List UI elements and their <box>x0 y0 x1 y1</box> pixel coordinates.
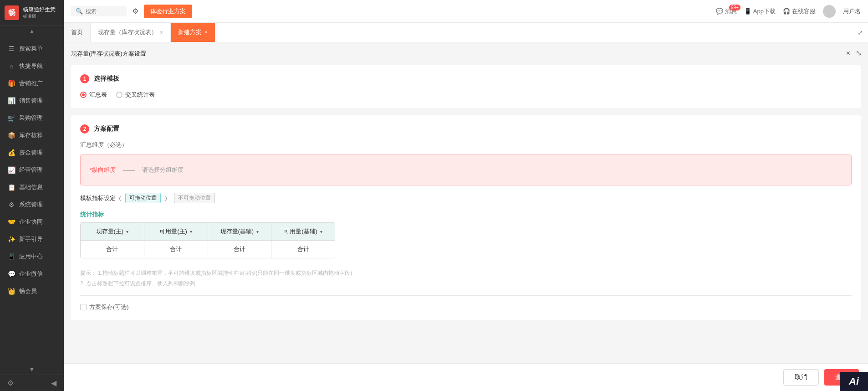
step1-card: 1 选择模板 汇总表 交叉统计表 <box>71 65 861 108</box>
tabs-bar: 首页 现存量（库存状况表） × 新建方案 × ⤢ <box>64 23 868 42</box>
sidebar-scroll-down[interactable]: ▼ <box>0 364 64 375</box>
step2-title: 方案配置 <box>94 125 119 133</box>
sidebar-item-sales[interactable]: 📊 销售管理 <box>0 92 64 109</box>
sidebar-item-quick-nav[interactable]: ⌂ 快捷导航 <box>0 57 64 75</box>
step2-card: 2 方案配置 汇总维度（必选） *纵向维度 —— 请选择分组维度 模板指标设定（… <box>71 115 861 320</box>
save-checkbox[interactable] <box>80 304 87 310</box>
radio-summary-label: 汇总表 <box>89 91 107 99</box>
stats-body-cell-1: 合计 <box>81 241 144 258</box>
page-title: 现存量(库存状况表)方案设置 <box>71 50 861 58</box>
stats-header-cell-4[interactable]: 可用量(基辅) ▾ <box>271 223 335 241</box>
step1-title: 选择模板 <box>94 75 119 83</box>
sidebar-item-inventory[interactable]: 📦 库存核算 <box>0 127 64 144</box>
indicator-closing: ） <box>164 194 170 202</box>
marketing-icon: 🎁 <box>7 79 15 87</box>
hints: 提示： 1.拖动标题栏可以调整布局，不可跨维度或指标区域拖动栏目字段(只能在同一… <box>80 269 852 288</box>
stats-body-cell-4: 合计 <box>271 241 335 258</box>
gear-icon[interactable]: ⚙ <box>132 7 138 15</box>
new-plan-tab-close[interactable]: × <box>204 29 208 36</box>
username-label[interactable]: 用户名 <box>843 7 861 15</box>
sidebar-item-wechat[interactable]: 💬 企业微信 <box>0 265 64 283</box>
inventory-status-tab-label: 现存量（库存状况表） <box>98 28 157 36</box>
stats-table-header: 现存量(主) ▾ 合计 可用量(主) ▾ 合计 <box>81 223 335 258</box>
home-tab-label: 首页 <box>71 28 83 36</box>
col3-chevron-icon[interactable]: ▾ <box>256 229 259 234</box>
stats-body-cell-2: 合计 <box>144 241 208 258</box>
settings-icon[interactable]: ⚙ <box>7 379 14 387</box>
online-service-button[interactable]: 🎧 在线客服 <box>783 7 816 15</box>
content-area: × ⤡ 现存量(库存状况表)方案设置 1 选择模板 汇总表 交叉统 <box>64 42 868 363</box>
quick-nav-icon: ⌂ <box>7 62 15 70</box>
indicator-fixed-badge: 不可拖动位置 <box>174 193 215 203</box>
col4-chevron-icon[interactable]: ▾ <box>320 229 322 234</box>
message-icon: 💬 <box>716 8 723 15</box>
member-icon: 👑 <box>7 287 15 295</box>
inventory-icon: 📦 <box>7 131 15 139</box>
radio-cross-circle[interactable] <box>116 92 123 98</box>
radio-cross[interactable]: 交叉统计表 <box>116 91 155 99</box>
sidebar: 畅 畅康通好生意 标准版 ▲ ☰ 搜索菜单 ⌂ 快捷导航 🎁 营销推广 📊 销售… <box>0 0 64 391</box>
basic-info-icon: 📋 <box>7 183 15 191</box>
search-input[interactable] <box>86 8 122 15</box>
tab-home[interactable]: 首页 <box>64 23 91 42</box>
dimension-area[interactable]: *纵向维度 —— 请选择分组维度 <box>80 154 852 185</box>
col1-chevron-icon[interactable]: ▾ <box>126 229 128 234</box>
headset-icon: 🎧 <box>783 8 790 15</box>
sidebar-item-operation[interactable]: 📈 经营管理 <box>0 161 64 179</box>
sidebar-scroll-up[interactable]: ▲ <box>0 26 64 36</box>
audio-icon[interactable]: ◀ <box>51 379 56 387</box>
tab-new-plan[interactable]: 新建方案 × <box>171 23 215 42</box>
app-download-button[interactable]: 📱 App下载 <box>744 7 776 15</box>
panel-close-button[interactable]: × <box>845 48 851 58</box>
radio-summary[interactable]: 汇总表 <box>80 91 107 99</box>
new-plan-tab-label: 新建方案 <box>178 28 202 36</box>
topbar-right: 💬 消息 99+ 📱 App下载 🎧 在线客服 用户名 <box>716 5 861 18</box>
sidebar-item-search-menu[interactable]: ☰ 搜索菜单 <box>0 40 64 57</box>
dimension-placeholder[interactable]: 请选择分组维度 <box>142 166 184 174</box>
sidebar-item-system[interactable]: ⚙ 系统管理 <box>0 196 64 213</box>
template-radio-group: 汇总表 交叉统计表 <box>80 91 852 99</box>
sidebar-item-finance[interactable]: 💰 资金管理 <box>0 144 64 161</box>
indicator-label: 模板指标设定（ <box>80 194 122 202</box>
sidebar-item-basic-info[interactable]: 📋 基础信息 <box>0 179 64 196</box>
hint2: 2. 点击标题栏下拉可设置排序、插入列和删除列 <box>80 279 852 288</box>
dimension-required-star: *纵向维度 <box>90 166 116 174</box>
step1-badge: 1 <box>80 74 89 83</box>
guide-icon: ✨ <box>7 235 15 243</box>
step2-badge: 2 <box>80 124 89 134</box>
sidebar-item-purchase[interactable]: 🛒 采购管理 <box>0 109 64 127</box>
avatar[interactable] <box>823 5 836 18</box>
search-menu-icon: ☰ <box>7 45 15 53</box>
message-badge: 99+ <box>729 5 740 10</box>
sidebar-item-guide[interactable]: ✨ 新手引导 <box>0 231 64 248</box>
stats-col-3: 现存量(基辅) ▾ 合计 <box>208 223 272 258</box>
tabs-expand-button[interactable]: ⤢ <box>852 29 868 36</box>
topbar-search-box[interactable]: 🔍 <box>71 6 127 16</box>
sidebar-item-member[interactable]: 👑 畅会员 <box>0 283 64 300</box>
ai-badge: Ai <box>840 372 868 391</box>
col2-chevron-icon[interactable]: ▾ <box>190 229 192 234</box>
finance-icon: 💰 <box>7 149 15 157</box>
sidebar-item-marketing[interactable]: 🎁 营销推广 <box>0 75 64 92</box>
sidebar-nav: ☰ 搜索菜单 ⌂ 快捷导航 🎁 营销推广 📊 销售管理 🛒 采购管理 📦 库存核… <box>0 36 64 364</box>
radio-cross-label: 交叉统计表 <box>125 91 155 99</box>
indicator-movable-badge: 可拖动位置 <box>125 193 161 203</box>
logo-text: 畅康通好生意 标准版 <box>23 6 56 20</box>
expand-icon: ⤢ <box>858 29 863 36</box>
stats-header-cell-1[interactable]: 现存量(主) ▾ <box>81 223 144 241</box>
cancel-button[interactable]: 取消 <box>783 369 819 386</box>
sidebar-item-cooperation[interactable]: 🤝 企业协同 <box>0 213 64 231</box>
cta-button[interactable]: 体验行业方案 <box>144 5 192 18</box>
panel-expand-button[interactable]: ⤡ <box>855 48 863 58</box>
stats-col-4: 可用量(基辅) ▾ 合计 <box>271 223 335 258</box>
app-center-icon: 📱 <box>7 252 15 261</box>
stats-header-cell-2[interactable]: 可用量(主) ▾ <box>144 223 208 241</box>
radio-summary-circle[interactable] <box>80 92 87 98</box>
panel-controls: × ⤡ <box>845 48 863 58</box>
sales-icon: 📊 <box>7 97 15 105</box>
sidebar-item-app-center[interactable]: 📱 应用中心 <box>0 248 64 265</box>
stats-header-cell-3[interactable]: 现存量(基辅) ▾ <box>208 223 271 241</box>
inventory-status-tab-close[interactable]: × <box>160 29 163 36</box>
tab-inventory-status[interactable]: 现存量（库存状况表） × <box>91 23 171 42</box>
message-button[interactable]: 💬 消息 99+ <box>716 7 737 15</box>
